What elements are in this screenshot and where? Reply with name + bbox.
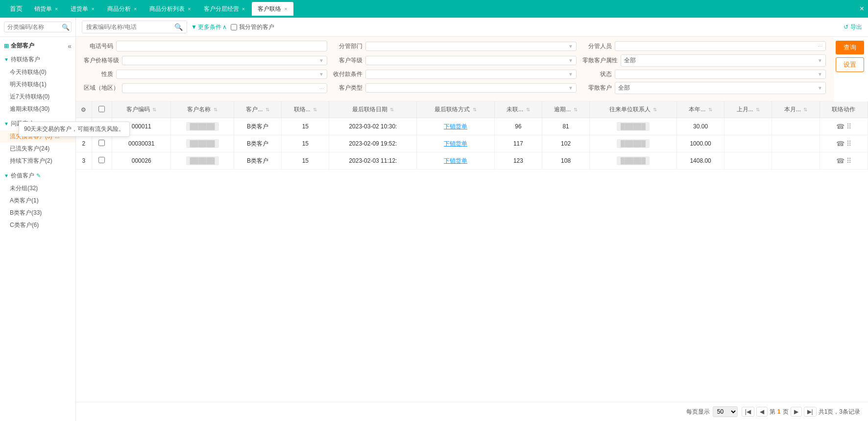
last-method-link-0[interactable]: 下销货单 — [444, 123, 467, 130]
th-checkbox — [92, 101, 112, 118]
search-input-wrap: 🔍 — [82, 21, 187, 33]
sidebar-item-overdue[interactable]: 逾期未联络(30) — [0, 103, 75, 115]
filter-customertype-select[interactable]: ▼ — [365, 83, 577, 93]
tab-close-purchaseorder[interactable]: × — [91, 6, 94, 12]
last-method-link-1[interactable]: 下销货单 — [444, 140, 467, 147]
dots-icon-region[interactable]: ··· — [319, 85, 324, 91]
search-input[interactable] — [82, 22, 170, 32]
filter-manager: 分管人员 ··· — [582, 41, 826, 51]
filter-manager-select[interactable]: ··· — [615, 41, 826, 51]
th-contactperson[interactable]: 往来单位联系人 ⇅ — [590, 101, 677, 118]
tab-close-salesorder[interactable]: × — [55, 6, 58, 12]
query-button[interactable]: 查询 — [836, 41, 864, 54]
th-gear[interactable]: ⚙ — [76, 101, 92, 118]
search-button[interactable]: 🔍 — [170, 21, 187, 33]
th-lastdate[interactable]: 最后联络日期 ⇅ — [329, 101, 417, 118]
sidebar-item-ungroup[interactable]: 未分组(32) — [0, 182, 75, 195]
sidebar-item-aclass[interactable]: A类客户(1) — [0, 195, 75, 207]
dots-icon-manager[interactable]: ··· — [818, 43, 822, 49]
collapse-icon[interactable]: « — [68, 42, 72, 50]
row-checkbox-1[interactable] — [98, 140, 105, 146]
td-action: ☎ ⠿ — [820, 135, 868, 152]
td-thisyear: 1000.00 — [676, 135, 724, 152]
contact-action-icon-2[interactable]: ☎ — [836, 157, 844, 165]
tab-salesorder[interactable]: 销货单 × — [28, 2, 64, 16]
tab-close-productanalysislist[interactable]: × — [188, 6, 191, 12]
more-action-icon-1[interactable]: ⠿ — [846, 140, 851, 148]
sort-icon-nocontact: ⇅ — [526, 107, 530, 112]
filter-phone-input[interactable] — [116, 41, 327, 51]
th-type[interactable]: 客户... ⇅ — [234, 101, 282, 118]
tab-productanalysislist[interactable]: 商品分析列表 × — [144, 2, 196, 16]
sidebar-item-cclass[interactable]: C类客户(6) — [0, 219, 75, 231]
tab-productanalysis[interactable]: 商品分析 × — [101, 2, 143, 16]
sidebar-item-today[interactable]: 今天待联络(0) — [0, 66, 75, 78]
customer-table: ⚙ 客户编码 ⇅ 客户名称 ⇅ 客户... — [76, 101, 868, 170]
my-customer-checkbox[interactable] — [231, 24, 237, 30]
td-action: ☎ ⠿ — [820, 118, 868, 135]
edit-icon[interactable]: ✎ — [36, 173, 41, 179]
tab-close-customercontact[interactable]: × — [284, 6, 287, 12]
sidebar-item-bclass[interactable]: B类客户(33) — [0, 207, 75, 219]
filter-customerlevel-select[interactable]: ▼ — [365, 56, 577, 65]
sort-icon-code: ⇅ — [152, 107, 156, 112]
th-lastmethod[interactable]: 最后联络方式 ⇅ — [417, 101, 494, 118]
more-action-icon-0[interactable]: ⠿ — [846, 123, 851, 130]
page-last-button[interactable]: ▶| — [804, 407, 817, 417]
last-method-link-2[interactable]: 下销货单 — [444, 157, 467, 164]
sidebar-group-value-title[interactable]: ▼ 价值客户 ✎ — [0, 169, 75, 182]
sort-icon-lastdate: ⇅ — [390, 107, 394, 112]
td-num: 2 — [76, 135, 92, 152]
filter-payment-select[interactable]: ▼ — [365, 70, 577, 79]
filter-status-select[interactable]: ▼ — [615, 70, 826, 79]
filter-dept-label: 分管部门 — [333, 42, 362, 50]
filter-nature-select[interactable]: ▼ — [116, 70, 327, 79]
total-label: 共1页，3条记录 — [819, 408, 860, 416]
table-row: 1 000011 ██████ B类客户 15 2023-03-02 10:30… — [76, 118, 868, 135]
tab-customerlayer[interactable]: 客户分层经营 × — [198, 2, 251, 16]
tab-customercontact[interactable]: 客户联络 × — [252, 2, 293, 16]
filter-scatter-select[interactable]: 全部 ▼ — [615, 82, 826, 94]
th-name[interactable]: 客户名称 ⇅ — [171, 101, 234, 118]
tab-close-customerlayer[interactable]: × — [242, 6, 245, 12]
th-contact[interactable]: 联络... ⇅ — [282, 101, 329, 118]
pagination: |◀ ◀ 第 1 页 ▶ ▶| 共1页，3条记录 — [742, 407, 860, 417]
filter-scatterattr-select[interactable]: 全部 ▼ — [621, 54, 826, 67]
sidebar-item-7days[interactable]: 近7天待联络(0) — [0, 91, 75, 103]
th-overdue[interactable]: 逾期... ⇅ — [542, 101, 590, 118]
my-customer-checkbox-wrap[interactable]: 我分管的客户 — [231, 23, 274, 31]
tab-home[interactable]: 首页 — [4, 4, 28, 13]
close-all-button[interactable]: × — [860, 4, 864, 13]
filter-pricelevel-select[interactable]: ▼ — [122, 56, 327, 65]
filter-region-select[interactable]: ··· — [122, 83, 327, 93]
sidebar-item-declining[interactable]: 持续下滑客户(2) — [0, 155, 75, 167]
export-button[interactable]: ↺ 导出 — [844, 23, 862, 31]
page-next-button[interactable]: ▶ — [791, 407, 802, 417]
filter-panel: 电话号码 分管部门 ▼ 分管人员 ··· — [76, 37, 834, 101]
per-page-select[interactable]: 50 100 200 — [713, 406, 738, 417]
sidebar-group-pending-title[interactable]: ▼ 待联络客户 — [0, 53, 75, 66]
sidebar-group-pending: ▼ 待联络客户 今天待联络(0) 明天待联络(1) 近7天待联络(0) 逾期未联… — [0, 53, 75, 117]
filter-status: 状态 ▼ — [582, 70, 826, 79]
th-lastmonth[interactable]: 上月... ⇅ — [724, 101, 772, 118]
page-prev-button[interactable]: ◀ — [756, 407, 768, 417]
contact-action-icon-0[interactable]: ☎ — [836, 123, 844, 130]
select-all-checkbox[interactable] — [98, 106, 105, 112]
action-icons: ☎ ⠿ — [823, 123, 865, 130]
tab-close-productanalysis[interactable]: × — [134, 6, 137, 12]
tab-purchaseorder[interactable]: 进货单 × — [65, 2, 100, 16]
more-action-icon-2[interactable]: ⠿ — [846, 157, 851, 165]
sidebar-root[interactable]: ⊞ 全部客户 « — [0, 39, 75, 53]
sidebar-item-churned[interactable]: 已流失客户(24) — [0, 143, 75, 155]
settings-button[interactable]: 设置 — [836, 57, 864, 72]
more-conditions-button[interactable]: ▼ 更多条件 ∧ — [191, 23, 227, 31]
th-nocontact[interactable]: 未联... ⇅ — [494, 101, 542, 118]
th-thismonth[interactable]: 本月... ⇅ — [772, 101, 820, 118]
contact-action-icon-1[interactable]: ☎ — [836, 140, 844, 148]
th-thisyear[interactable]: 本年... ⇅ — [676, 101, 724, 118]
sidebar-item-tomorrow[interactable]: 明天待联络(1) — [0, 78, 75, 91]
row-checkbox-2[interactable] — [98, 157, 105, 163]
th-code[interactable]: 客户编码 ⇅ — [112, 101, 171, 118]
filter-dept-select[interactable]: ▼ — [365, 42, 577, 51]
page-first-button[interactable]: |◀ — [742, 407, 754, 417]
